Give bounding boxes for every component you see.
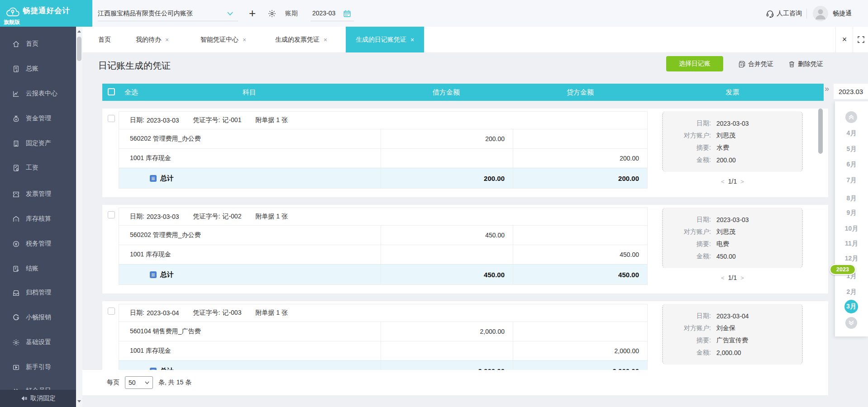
- chevron-down-icon: [145, 381, 149, 384]
- month-item-sep[interactable]: 9月: [835, 209, 868, 218]
- voucher-group-2: 日期:2023-03-03 凭证字号:记-002 附单据 1 张 560202 …: [102, 205, 828, 293]
- month-item-may[interactable]: 5月: [835, 145, 868, 154]
- close-tab-icon[interactable]: ×: [324, 36, 327, 43]
- invoice-card[interactable]: 日期:2023-03-04 对方账户:刘金保 摘要:广告宣传费 金额:2,000…: [662, 304, 803, 364]
- voucher-row[interactable]: 560202 管理费用_办公费 450.00: [119, 225, 647, 245]
- tab-generated-journal-vouchers[interactable]: 生成的日记账凭证×: [346, 27, 424, 52]
- fullscreen-button[interactable]: [853, 27, 868, 52]
- voucher-row[interactable]: 560104 销售费用_广告费 2,000.00: [119, 322, 647, 341]
- gear-icon[interactable]: [268, 9, 276, 18]
- voucher-row[interactable]: 1001 库存现金 2,000.00: [119, 341, 647, 360]
- chart-icon: [12, 90, 20, 98]
- voucher-total-row: 总计 450.00 450.00: [119, 264, 647, 284]
- sidebar-item-reimbursement[interactable]: 小畅报销: [0, 309, 76, 326]
- voucher-row[interactable]: 1001 库存现金 450.00: [119, 245, 647, 264]
- group-checkbox[interactable]: [108, 115, 115, 122]
- month-item-jul[interactable]: 7月: [835, 176, 868, 185]
- next-page-arrow[interactable]: >: [740, 178, 744, 185]
- gear-icon: [12, 339, 20, 346]
- app-title: 畅捷通好会计: [23, 6, 70, 16]
- topbar-divider: [806, 9, 807, 19]
- edition-badge: 旗舰版: [4, 19, 20, 26]
- avatar[interactable]: [813, 6, 828, 21]
- timeline-scroll-up-button[interactable]: [845, 111, 857, 123]
- merge-voucher-button[interactable]: 合并凭证: [736, 59, 776, 69]
- account-set-selector[interactable]: 江西服宝精品有限责任公司内账张: [98, 0, 193, 27]
- sidebar-scrollbar-thumb[interactable]: [77, 37, 81, 61]
- sidebar-item-cloud-reports[interactable]: 云报表中心: [0, 85, 76, 102]
- content-scrollbar-thumb[interactable]: [818, 109, 823, 154]
- sidebar-item-settings[interactable]: 基础设置: [0, 334, 76, 351]
- sidebar-item-general-ledger[interactable]: 总账: [0, 60, 76, 77]
- tab-my-todo[interactable]: 我的待办×: [136, 27, 169, 52]
- sidebar-item-fixed-assets[interactable]: 固定资产: [0, 135, 76, 152]
- sidebar-item-invoice-management[interactable]: 发票管理: [0, 185, 76, 203]
- sidebar-item-payroll[interactable]: 工资: [0, 159, 76, 176]
- money-bag-icon: [12, 115, 20, 123]
- sidebar-item-beginner-guide[interactable]: 新手引导: [0, 359, 76, 376]
- delete-voucher-button[interactable]: 删除凭证: [786, 59, 826, 69]
- headset-icon[interactable]: [766, 9, 774, 18]
- period-value[interactable]: 2023-03: [312, 0, 335, 27]
- month-item-apr[interactable]: 4月: [835, 129, 868, 138]
- select-journal-button[interactable]: 选择日记账: [666, 56, 723, 71]
- voucher-header: 日期:2023-03-03 凭证字号:记-001 附单据 1 张: [119, 112, 647, 129]
- total-icon: [150, 271, 157, 278]
- ledger-icon: [12, 65, 20, 73]
- month-item-feb[interactable]: 2月: [835, 288, 868, 297]
- close-tab-icon[interactable]: ×: [165, 36, 169, 43]
- group-checkbox[interactable]: [108, 211, 115, 218]
- month-item-oct[interactable]: 10月: [835, 225, 868, 234]
- close-tab-icon[interactable]: ×: [410, 36, 414, 43]
- tab-home[interactable]: 首页: [98, 27, 111, 52]
- per-page-select[interactable]: 50: [125, 376, 153, 389]
- tab-smart-voucher-center[interactable]: 智能凭证中心×: [200, 27, 246, 52]
- home-icon: [12, 40, 20, 48]
- voucher-row[interactable]: 1001 库存现金 200.00: [119, 148, 647, 168]
- double-chevron-up-icon: [848, 114, 854, 120]
- invoice-card[interactable]: 日期:2023-03-03 对方账户:刘思茂 摘要:电费 金额:450.00: [662, 208, 803, 268]
- attachment-count: 附单据 1 张: [255, 309, 288, 317]
- prev-page-arrow[interactable]: <: [721, 274, 725, 281]
- timeline-scroll-down-button[interactable]: [845, 317, 857, 329]
- sidebar-item-home[interactable]: 首页: [0, 35, 76, 52]
- unpin-sidebar-button[interactable]: 取消固定: [0, 390, 76, 407]
- close-page-button[interactable]: ×: [835, 27, 853, 52]
- scroll-down-arrow[interactable]: [77, 400, 81, 402]
- total-count-label: 条, 共 15 条: [158, 379, 191, 387]
- sidebar-item-funds[interactable]: 资金管理: [0, 110, 76, 127]
- payslip-icon: [12, 164, 20, 172]
- attachment-count: 附单据 1 张: [255, 116, 288, 124]
- sidebar-item-archive[interactable]: 归档管理: [0, 284, 76, 301]
- app-window: 畅捷通好会计 旗舰版 江西服宝精品有限责任公司内账张 + 账期 2023-03: [0, 0, 868, 407]
- group-checkbox[interactable]: [108, 308, 115, 315]
- collapse-timeline-icon[interactable]: »: [825, 84, 829, 94]
- chevron-down-icon[interactable]: [227, 12, 233, 16]
- support-link[interactable]: 人工咨询: [777, 0, 802, 27]
- month-item-dec[interactable]: 12月: [835, 255, 868, 264]
- voucher-card: 日期:2023-03-03 凭证字号:记-002 附单据 1 张 560202 …: [119, 208, 648, 285]
- close-tab-icon[interactable]: ×: [243, 36, 246, 43]
- month-item-jun[interactable]: 6月: [835, 161, 868, 170]
- sidebar-scrollbar[interactable]: [76, 27, 82, 407]
- tab-generated-invoice-vouchers[interactable]: 生成的发票凭证×: [275, 27, 327, 52]
- month-item-mar-active[interactable]: 3月: [844, 300, 858, 313]
- calendar-icon[interactable]: [343, 9, 351, 18]
- attachment-count: 附单据 1 张: [255, 213, 288, 221]
- invoice-card[interactable]: 日期:2023-03-03 对方账户:刘思茂 摘要:水费 金额:200.00: [662, 111, 803, 172]
- sidebar-item-closing[interactable]: 结账: [0, 260, 76, 277]
- select-all-checkbox[interactable]: [108, 88, 115, 95]
- month-item-aug[interactable]: 8月: [835, 194, 868, 204]
- month-item-nov[interactable]: 11月: [835, 240, 868, 249]
- sidebar-item-inventory[interactable]: 库存核算: [0, 210, 76, 227]
- scroll-up-arrow[interactable]: [77, 30, 81, 33]
- sidebar-item-tax[interactable]: 税务管理: [0, 235, 76, 252]
- table-header: 全选 科目 借方金额 贷方金额 发票: [102, 84, 824, 101]
- voucher-group-3: 日期:2023-03-04 凭证字号:记-003 附单据 1 张 560104 …: [102, 301, 828, 370]
- add-account-set-button[interactable]: +: [249, 6, 256, 20]
- video-guide-icon: [12, 364, 20, 371]
- user-name[interactable]: 畅捷通: [833, 0, 852, 27]
- voucher-row[interactable]: 560202 管理费用_办公费 200.00: [119, 129, 647, 148]
- next-page-arrow[interactable]: >: [740, 274, 744, 281]
- prev-page-arrow[interactable]: <: [721, 178, 725, 185]
